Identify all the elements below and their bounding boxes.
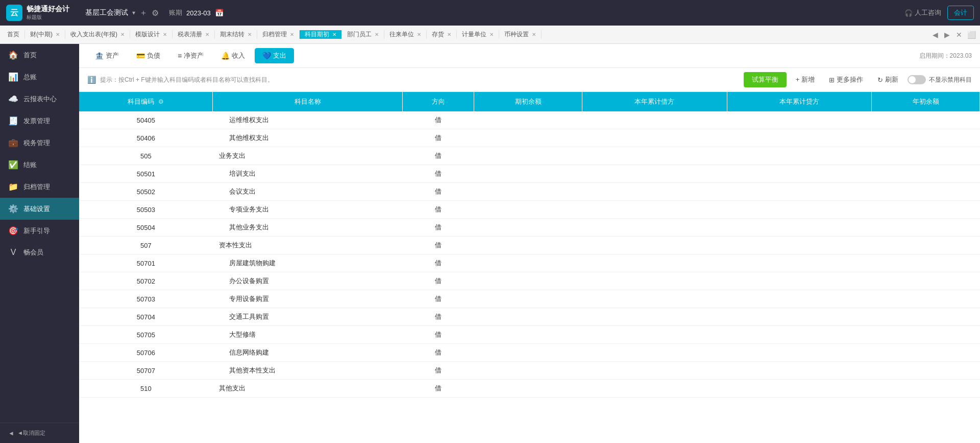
calendar-icon[interactable]: 📅 xyxy=(215,9,224,17)
tab---[interactable]: 首页 xyxy=(2,30,25,39)
table-row[interactable]: 507 资本性支出 借 xyxy=(79,237,980,254)
tab-close-icon[interactable]: ✕ xyxy=(120,32,125,37)
company-dropdown-arrow[interactable]: ▾ xyxy=(132,9,135,16)
tab-scroll-right[interactable]: ▶ xyxy=(941,31,953,39)
sidebar-icon-畅会员: V xyxy=(8,248,18,257)
account-button[interactable]: 会计 xyxy=(947,6,974,20)
sidebar-item-归档管理[interactable]: 📁归档管理 xyxy=(0,176,79,198)
table-row[interactable]: 50703 专用设备购置 借 xyxy=(79,290,980,308)
table-row[interactable]: 50704 交通工具购置 借 xyxy=(79,308,980,326)
table-row[interactable]: 50705 大型修缮 借 xyxy=(79,326,980,344)
sidebar-item-税务管理[interactable]: 💼税务管理 xyxy=(0,132,79,154)
tab-close-icon[interactable]: ✕ xyxy=(532,32,536,37)
close-all-tabs-button[interactable]: ✕ xyxy=(953,31,965,39)
tab-scroll-left[interactable]: ◀ xyxy=(929,31,941,39)
settings-icon[interactable]: ⚙ xyxy=(152,8,159,18)
tab------[interactable]: 财(中期)✕ xyxy=(25,30,65,39)
sub-tab-收入[interactable]: 🔔收入 xyxy=(213,48,253,63)
table-row[interactable]: 50504 其他业务支出 借 xyxy=(79,219,980,237)
tab-----[interactable]: 归档管理✕ xyxy=(257,30,300,39)
cell-direction: 借 xyxy=(402,380,474,398)
sidebar-label: 发票管理 xyxy=(23,116,50,126)
tab-close-icon[interactable]: ✕ xyxy=(417,32,421,37)
sidebar-item-总账[interactable]: 📊总账 xyxy=(0,66,79,88)
new-button[interactable]: + 新增 xyxy=(791,73,820,87)
tab-----[interactable]: 往来单位✕ xyxy=(384,30,427,39)
table-row[interactable]: 505 业务支出 借 xyxy=(79,147,980,165)
refresh-button[interactable]: ↻ 刷新 xyxy=(872,73,903,87)
table-row[interactable]: 50701 房屋建筑物购建 借 xyxy=(79,254,980,272)
cell-name: 资本性支出 xyxy=(213,237,403,254)
tab-close-icon[interactable]: ✕ xyxy=(332,32,336,37)
cell-direction: 借 xyxy=(402,219,474,237)
toggle-switch[interactable] xyxy=(908,75,926,84)
cell-code: 50502 xyxy=(79,183,213,201)
cell-name: 其他维权支出 xyxy=(213,129,403,147)
table-row[interactable]: 50707 其他资本性支出 借 xyxy=(79,362,980,380)
cell-direction: 借 xyxy=(402,308,474,326)
table-row[interactable]: 50503 专项业务支出 借 xyxy=(79,201,980,219)
sub-tab-净资产[interactable]: ≡净资产 xyxy=(170,48,211,63)
sidebar-item-发票管理[interactable]: 🧾发票管理 xyxy=(0,110,79,132)
table-row[interactable]: 510 其他支出 借 xyxy=(79,380,980,398)
cell-name: 房屋建筑物购建 xyxy=(213,254,403,272)
headset-icon: 🎧 xyxy=(904,9,913,17)
sub-tab-label: 收入 xyxy=(232,51,245,60)
tab-close-icon[interactable]: ✕ xyxy=(375,32,379,37)
cell-ytd-debit xyxy=(582,290,727,308)
tab-----[interactable]: 期末结转✕ xyxy=(215,30,257,39)
sidebar-item-首页[interactable]: 🏠首页 xyxy=(0,44,79,66)
tab-----[interactable]: 计量单位✕ xyxy=(457,30,499,39)
table-container[interactable]: 科目编码 ⚙ 科目名称 方向 期初余额 本年累计借方 本年累计贷方 年初余额 5… xyxy=(79,92,980,443)
period-label: 账期 xyxy=(169,8,182,17)
expand-icon[interactable]: ⬜ xyxy=(965,31,978,39)
sidebar-collapse-button[interactable]: ◄ ◄取消固定 xyxy=(0,423,79,443)
sub-tab-icon: ≡ xyxy=(178,52,182,60)
table-row[interactable]: 50502 会议支出 借 xyxy=(79,183,980,201)
tab-close-icon[interactable]: ✕ xyxy=(56,32,60,37)
tab-label: 期末结转 xyxy=(220,30,244,39)
tab-----[interactable]: 税表清册✕ xyxy=(173,30,215,39)
cell-ytd-debit xyxy=(582,380,727,398)
sidebar-item-云报表中心[interactable]: ☁️云报表中心 xyxy=(0,88,79,110)
tab-----[interactable]: 币种设置✕ xyxy=(499,30,542,39)
tab-----[interactable]: 模版设计✕ xyxy=(130,30,173,39)
column-settings-icon[interactable]: ⚙ xyxy=(158,98,164,105)
col-name: 科目名称 xyxy=(213,92,403,111)
cell-ytd-credit xyxy=(727,290,871,308)
cell-ytd-credit xyxy=(727,380,871,398)
sidebar-item-畅会员[interactable]: V畅会员 xyxy=(0,242,79,263)
tab-close-icon[interactable]: ✕ xyxy=(205,32,209,37)
sidebar-icon-首页: 🏠 xyxy=(8,50,18,60)
tab---[interactable]: 存货✕ xyxy=(427,30,457,39)
sidebar-item-结账[interactable]: ✅结账 xyxy=(0,154,79,176)
support-button[interactable]: 🎧 人工咨询 xyxy=(904,8,941,17)
sub-tab-负债[interactable]: 💳负债 xyxy=(129,48,168,63)
cell-ytd-credit xyxy=(727,201,871,219)
table-row[interactable]: 50501 培训支出 借 xyxy=(79,165,980,183)
more-actions-button[interactable]: ⊞ 更多操作 xyxy=(824,73,868,87)
sub-tab-支出[interactable]: 💙支出 xyxy=(255,48,294,63)
tab-----[interactable]: 科目期初✕ xyxy=(300,30,342,39)
cell-code: 50503 xyxy=(79,201,213,219)
balance-button[interactable]: 试算平衡 xyxy=(744,72,787,87)
sidebar-item-基础设置[interactable]: ⚙️基础设置 xyxy=(0,198,79,220)
table-row[interactable]: 50706 信息网络购建 借 xyxy=(79,344,980,362)
sub-tab-资产[interactable]: 🏦资产 xyxy=(87,48,127,63)
table-row[interactable]: 50702 办公设备购置 借 xyxy=(79,272,980,290)
add-company-button[interactable]: ＋ xyxy=(139,8,148,18)
tab-close-icon[interactable]: ✕ xyxy=(447,32,451,37)
toggle-disabled-accounts[interactable]: 不显示禁用科目 xyxy=(908,75,972,84)
table-row[interactable]: 50406 其他维权支出 借 xyxy=(79,129,980,147)
tab-close-icon[interactable]: ✕ xyxy=(163,32,167,37)
tab----------[interactable]: 收入支出表(年报)✕ xyxy=(65,30,130,39)
sidebar-item-新手引导[interactable]: 🎯新手引导 xyxy=(0,220,79,242)
hint-text: 提示：按Ctrl + F键并输入科目编码或者科目名称可以查找科目。 xyxy=(100,76,274,84)
cell-opening xyxy=(474,183,582,201)
table-row[interactable]: 50405 运维维权支出 借 xyxy=(79,111,980,129)
tab-close-icon[interactable]: ✕ xyxy=(489,32,494,37)
cell-ytd-debit xyxy=(582,201,727,219)
tab-----[interactable]: 部门员工✕ xyxy=(342,30,384,39)
tab-close-icon[interactable]: ✕ xyxy=(290,32,294,37)
tab-close-icon[interactable]: ✕ xyxy=(248,32,252,37)
